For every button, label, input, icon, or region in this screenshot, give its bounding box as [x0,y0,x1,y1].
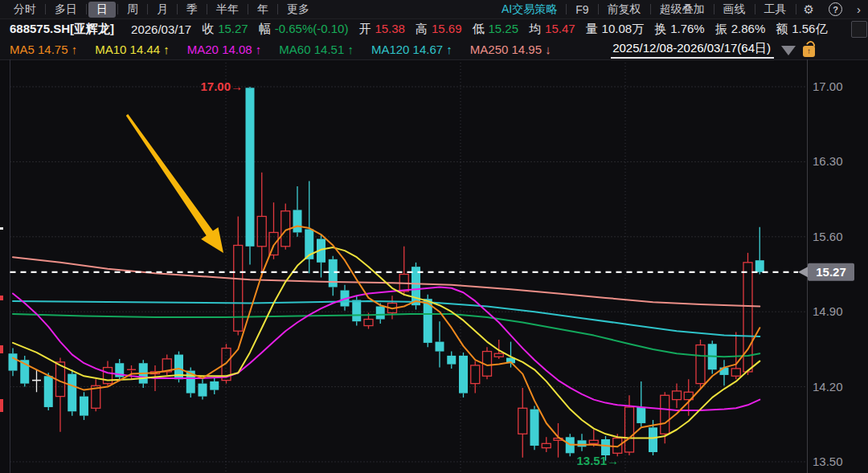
y-axis-label: 13.50 [813,455,843,468]
menu-super-overlay[interactable]: 超级叠加 [651,2,714,18]
quote-date: 2026/03/17 [131,22,191,36]
candle [743,253,752,375]
candle [199,379,207,399]
quote-field-均: 均15.47 [529,22,575,37]
ma-line-ma5 [13,226,760,447]
candle [293,186,302,237]
candle [696,340,705,388]
candle [708,340,717,373]
candle [92,379,100,411]
clipped-candle-fragment [0,227,3,230]
candle [578,434,587,451]
tab-daily[interactable]: 日 [88,2,116,18]
ma-label-ma120: MA120 14.67 ↑ [371,43,452,56]
candle [637,381,645,426]
quote-bar: 688575.SH[亚辉龙] 2026/03/17 收15.27幅-0.65%(… [0,19,868,39]
quote-value: 15.38 [375,22,405,37]
quote-field-低: 低15.25 [473,22,519,37]
clipped-candle-fragment [0,399,3,412]
price-tag-value: 15.27 [816,265,846,279]
separator [86,4,87,14]
tab-monthly[interactable]: 月 [148,2,177,18]
help-icon[interactable]: ? [821,2,850,16]
candle [625,395,634,455]
low-price-annotation: 13.51→ [576,454,619,467]
candle [399,247,408,296]
candle [210,378,219,394]
quote-value: 1.76% [670,22,705,37]
tab-half-year[interactable]: 半年 [207,2,248,18]
stock-symbol: 688575.SH[亚辉龙] [10,22,114,37]
price-tag-pointer [798,267,808,277]
tab-quarterly[interactable]: 季 [178,2,207,18]
menu-draw-line[interactable]: 画线 [714,2,755,18]
quote-value: 10.08万 [602,22,645,37]
candle [554,423,563,458]
candle [673,384,682,409]
candle [80,392,88,420]
corner-widget[interactable] [851,21,867,38]
ma-items: MA5 14.75 ↑MA10 14.44 ↑MA20 14.08 ↑MA60 … [10,43,551,56]
candle [447,352,456,369]
date-range-control[interactable]: 2025/12/08-2026/03/17(64日) ↑ [611,41,815,59]
quote-field-振: 振2.86% [715,22,766,37]
tab-more[interactable]: 更多 [278,2,318,18]
candle [542,437,551,452]
quote-value: 1.56亿 [792,22,827,37]
tab-multi-day[interactable]: 多日 [46,2,86,18]
lock-open-icon[interactable]: ↑ [803,46,815,57]
chevron-right-icon[interactable]: › [850,2,868,16]
ma-label-ma10: MA10 14.44 ↑ [95,43,170,56]
candle [530,406,539,451]
menu-tools[interactable]: 工具 [755,2,796,18]
candle [20,356,29,387]
quote-value: 2.86% [731,22,766,37]
menu-ai-strategy[interactable]: AI交易策略 [493,2,566,18]
ma-label-ma60: MA60 14.51 ↑ [279,43,354,56]
tab-yearly[interactable]: 年 [248,2,277,18]
quote-field-量: 量10.08万 [586,22,645,37]
ma-line-ma10 [13,247,760,438]
quote-field-幅: 幅-0.65%(-0.10) [259,22,349,37]
candle [68,369,76,415]
ma-label-ma5: MA5 14.75 ↑ [10,43,77,56]
date-range-label[interactable]: 2025/12/08-2026/03/17(64日) [611,41,774,59]
candle [471,361,480,393]
menu-f9[interactable]: F9 [567,2,597,17]
candle [755,227,764,275]
annotation-arrow [126,114,223,253]
high-price-annotation: 17.00→ [200,80,243,93]
quote-value: 15.47 [545,22,575,37]
gear-icon[interactable]: ⚙ [796,2,821,17]
candle [257,173,266,278]
y-axis-label: 14.20 [813,380,843,393]
y-axis-label: 17.00 [813,80,843,93]
candle [436,321,444,367]
tab-weekly[interactable]: 周 [118,2,147,18]
candle [127,365,136,379]
candle [32,369,41,392]
quote-fields: 收15.27幅-0.65%(-0.10)开15.38高15.69低15.25均1… [202,22,827,37]
y-axis-label: 14.90 [813,304,843,318]
candle [44,373,53,410]
candle [246,87,255,264]
clipped-candle-fragment [0,296,3,300]
tab-intraday[interactable]: 分时 [5,2,45,18]
candle [281,203,290,249]
menu-forward-adjust[interactable]: 前复权 [599,2,650,18]
candle [329,256,338,296]
quote-field-额: 额1.56亿 [776,22,827,37]
toolbar-left: 分时多日日周月季半年年更多 [5,2,318,18]
chevron-down-icon[interactable] [781,46,796,55]
quote-value: 15.27 [218,22,248,37]
candle [317,234,326,277]
candle [56,358,65,432]
candle [494,340,503,359]
period-toolbar: 分时多日日周月季半年年更多 AI交易策略F9前复权超级叠加画线工具⚙?› [0,0,868,19]
quote-value: 15.25 [489,22,519,37]
candle [352,296,361,325]
candle [720,360,729,385]
candle [269,202,278,259]
ma-indicator-bar: MA5 14.75 ↑MA10 14.44 ↑MA20 14.08 ↑MA60 … [0,39,868,59]
candlestick-chart[interactable]: 15.2717.0016.3015.6014.9014.2013.5017.00… [0,59,868,473]
